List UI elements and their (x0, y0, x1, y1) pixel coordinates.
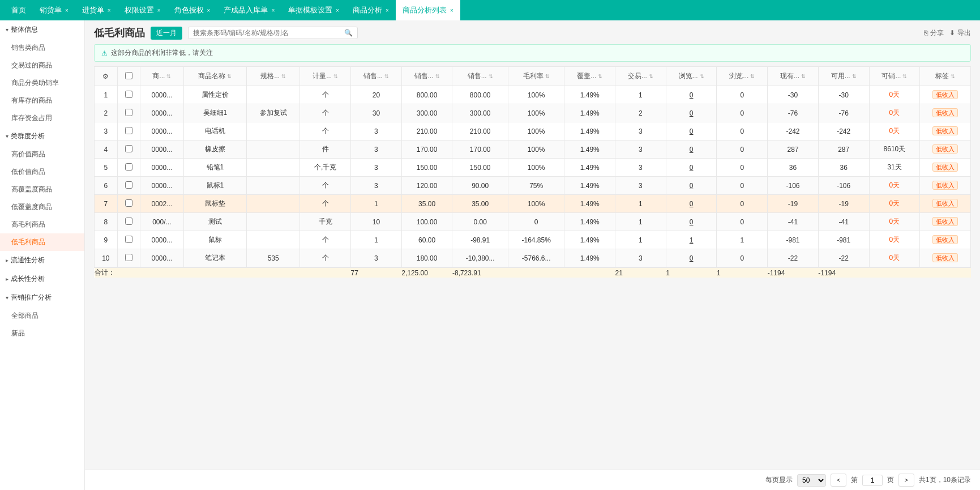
page-number-input[interactable] (862, 475, 883, 486)
close-icon[interactable]: × (336, 7, 339, 14)
row-select-checkbox[interactable] (125, 145, 132, 152)
row-select-checkbox[interactable] (125, 181, 132, 189)
close-icon[interactable]: × (207, 7, 211, 14)
sort-icon: ⇅ (750, 74, 755, 79)
nav-template-settings[interactable]: 单据模板设置 × (281, 0, 346, 20)
row-spec (247, 177, 300, 195)
sort-icon: ⇅ (801, 74, 806, 79)
nav-sales-order[interactable]: 销货单 × (33, 0, 75, 20)
row-select-checkbox[interactable] (125, 163, 132, 171)
table-container[interactable]: ⚙ 商...⇅ 商品名称⇅ 规格...⇅ 计量...⇅ 销售...⇅ 销售...… (94, 66, 971, 470)
col-gross-rate[interactable]: 毛利率⇅ (508, 67, 564, 86)
sidebar-group-circulation[interactable]: ▸ 流通性分析 (0, 251, 84, 270)
export-button[interactable]: ⬇ 导出 (949, 28, 971, 38)
select-all-checkbox[interactable] (125, 72, 132, 79)
sidebar-group-overall[interactable]: ▾ 整体信息 (0, 20, 84, 39)
row-view1[interactable]: 0 (666, 140, 717, 159)
row-select-checkbox[interactable] (125, 127, 132, 134)
row-select-checkbox[interactable] (125, 254, 132, 261)
row-select-checkbox[interactable] (125, 199, 132, 207)
col-settings[interactable]: ⚙ (95, 67, 118, 86)
col-name[interactable]: 商品名称⇅ (183, 67, 246, 86)
col-coverage[interactable]: 覆盖...⇅ (564, 67, 615, 86)
share-button[interactable]: ⎘ 分享 (924, 28, 944, 38)
sidebar-item-inventory-goods[interactable]: 有库存的商品 (0, 92, 84, 109)
row-checkbox[interactable] (117, 213, 140, 231)
nav-goods-analysis-list[interactable]: 商品分析列表 × (396, 0, 460, 20)
col-available[interactable]: 可用...⇅ (818, 67, 869, 86)
row-view1[interactable]: 0 (666, 249, 717, 268)
close-icon[interactable]: × (108, 7, 111, 14)
close-icon[interactable]: × (386, 7, 389, 14)
sidebar-group-marketing[interactable]: ▾ 营销推广分析 (0, 288, 84, 307)
row-select-checkbox[interactable] (125, 91, 132, 98)
row-view1[interactable]: 0 (666, 122, 717, 140)
row-view1[interactable]: 1 (666, 231, 717, 249)
row-view2: 0 (717, 122, 768, 140)
search-icon[interactable]: 🔍 (344, 29, 353, 37)
row-view1[interactable]: 0 (666, 213, 717, 231)
sidebar-item-new-goods[interactable]: 新品 (0, 325, 84, 342)
row-select-checkbox[interactable] (125, 218, 132, 225)
row-gross-rate: 100% (508, 86, 564, 104)
row-checkbox[interactable] (117, 140, 140, 159)
col-saleable[interactable]: 可销...⇅ (869, 67, 920, 86)
col-code[interactable]: 商...⇅ (140, 67, 183, 86)
row-checkbox[interactable] (117, 231, 140, 249)
nav-product-inbound[interactable]: 产成品入库单 × (217, 0, 281, 20)
col-spec[interactable]: 规格...⇅ (247, 67, 300, 86)
row-view1[interactable]: 0 (666, 104, 717, 122)
sidebar-item-low-value[interactable]: 低价值商品 (0, 163, 84, 181)
col-unit[interactable]: 计量...⇅ (300, 67, 351, 86)
sidebar-item-low-margin[interactable]: 低毛利商品 (0, 233, 84, 251)
col-tag[interactable]: 标签⇅ (920, 67, 971, 86)
nav-purchase-order[interactable]: 进货单 × (75, 0, 118, 20)
search-input[interactable] (193, 29, 342, 37)
sidebar-item-all-goods[interactable]: 全部商品 (0, 307, 84, 325)
col-view2[interactable]: 浏览...⇅ (717, 67, 768, 86)
col-view1[interactable]: 浏览...⇅ (666, 67, 717, 86)
settings-icon[interactable]: ⚙ (102, 73, 109, 80)
sidebar-item-sales-goods[interactable]: 销售类商品 (0, 39, 84, 57)
col-sales-price[interactable]: 销售...⇅ (401, 67, 452, 86)
sidebar-item-inventory-capital[interactable]: 库存资金占用 (0, 109, 84, 127)
col-sales-amount[interactable]: 销售...⇅ (452, 67, 508, 86)
col-current[interactable]: 现有...⇅ (768, 67, 819, 86)
period-button[interactable]: 近一月 (151, 27, 182, 40)
sidebar-item-high-coverage[interactable]: 高覆盖度商品 (0, 181, 84, 198)
sidebar-item-high-margin[interactable]: 高毛利商品 (0, 216, 84, 233)
row-view1[interactable]: 0 (666, 195, 717, 213)
nav-role-auth[interactable]: 角色授权 × (168, 0, 217, 20)
col-checkbox[interactable] (117, 67, 140, 86)
sidebar-item-traded-goods[interactable]: 交易过的商品 (0, 57, 84, 74)
sidebar-group-growth[interactable]: ▸ 成长性分析 (0, 270, 84, 288)
sidebar-item-low-coverage[interactable]: 低覆盖度商品 (0, 198, 84, 216)
col-sales-qty[interactable]: 销售...⇅ (351, 67, 402, 86)
col-transaction[interactable]: 交易...⇅ (615, 67, 666, 86)
nav-permission[interactable]: 权限设置 × (118, 0, 168, 20)
nav-goods-analysis[interactable]: 商品分析 × (346, 0, 396, 20)
close-icon[interactable]: × (65, 7, 69, 14)
next-page-button[interactable]: ＞ (898, 474, 914, 487)
row-checkbox[interactable] (117, 249, 140, 268)
row-checkbox[interactable] (117, 177, 140, 195)
row-checkbox[interactable] (117, 122, 140, 140)
close-icon[interactable]: × (271, 7, 275, 14)
sidebar-item-high-value[interactable]: 高价值商品 (0, 146, 84, 163)
row-select-checkbox[interactable] (125, 109, 132, 116)
row-checkbox[interactable] (117, 104, 140, 122)
row-checkbox[interactable] (117, 195, 140, 213)
row-select-checkbox[interactable] (125, 236, 132, 243)
close-icon[interactable]: × (450, 7, 453, 14)
per-page-select[interactable]: 50 20 100 (797, 474, 826, 487)
row-view1[interactable]: 0 (666, 159, 717, 177)
prev-page-button[interactable]: ＜ (831, 474, 846, 487)
close-icon[interactable]: × (157, 7, 161, 14)
nav-home[interactable]: 首页 (5, 0, 33, 20)
row-view1[interactable]: 0 (666, 177, 717, 195)
sidebar-item-category-rate[interactable]: 商品分类助销率 (0, 74, 84, 92)
row-checkbox[interactable] (117, 86, 140, 104)
sidebar-group-cluster[interactable]: ▾ 类群度分析 (0, 127, 84, 146)
row-checkbox[interactable] (117, 159, 140, 177)
row-view1[interactable]: 0 (666, 86, 717, 104)
